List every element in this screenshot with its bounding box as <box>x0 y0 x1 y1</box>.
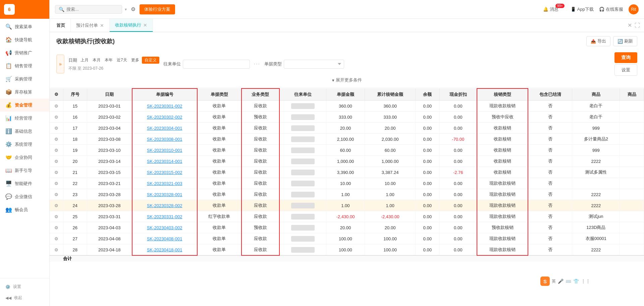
cell-amount: 1.00 <box>326 189 365 200</box>
cell-gear[interactable]: ⚙ <box>50 200 63 211</box>
cell-vertype: 预收中应收 <box>477 112 528 123</box>
partner-cell-value <box>291 147 315 153</box>
expand-conditions-btn[interactable]: ▾ 展开更多条件 <box>56 76 637 84</box>
cell-product2 <box>620 167 644 178</box>
topbar-search-box[interactable]: 🔍 <box>55 5 122 14</box>
filter-settings-button[interactable]: 设置 <box>614 64 637 76</box>
sidebar-item-operations[interactable]: 📊 经营管理 <box>0 112 49 125</box>
cell-settled: 否 <box>528 244 572 256</box>
sidebar-item-purchase[interactable]: 🛒 采购管理 <box>0 72 49 85</box>
table-row: ⚙ 24 2023-03-28 SK-20230328-002 收款单 应收款 … <box>50 200 644 211</box>
cell-biztype: 应收款 <box>241 211 279 222</box>
cell-cumamt: 333.00 <box>365 112 416 123</box>
date-last-month[interactable]: 上月 <box>79 57 90 64</box>
cell-gear[interactable]: ⚙ <box>50 222 63 233</box>
sidebar-item-inventory[interactable]: 📦 库存核算 <box>0 85 49 99</box>
online-service-button[interactable]: 🎧 在线客服 <box>599 6 623 12</box>
topbar-gear-icon[interactable]: ⚙ <box>129 5 137 14</box>
date-this-month[interactable]: 本月 <box>91 57 102 64</box>
tab-maximize-icon[interactable]: ⛶ <box>635 22 640 28</box>
docno-link[interactable]: SK-20230301-002 <box>147 104 182 109</box>
tab-prepayments-close[interactable]: ✕ <box>100 23 104 28</box>
tab-prepayments-label: 预计应付单 <box>76 22 98 28</box>
sidebar-item-basics[interactable]: ℹ️ 基础信息 <box>0 125 49 138</box>
cell-product: 2222 <box>572 189 620 200</box>
topbar-chevron-icon[interactable]: ▾ <box>125 7 127 12</box>
refresh-button[interactable]: 🔄 刷新 <box>613 36 637 46</box>
sidebar-item-marketing[interactable]: 📢 营销推广 <box>0 46 49 59</box>
docno-link[interactable]: SK-20230304-001 <box>147 126 182 131</box>
date-this-year[interactable]: 本年 <box>103 57 114 64</box>
cell-gear[interactable]: ⚙ <box>50 178 63 189</box>
date-7days[interactable]: 近7天 <box>115 57 128 64</box>
cell-no: 26 <box>63 222 87 233</box>
cell-partner <box>279 156 326 167</box>
sidebar-item-system[interactable]: ⚙️ 系统管理 <box>0 138 49 151</box>
topbar-search-input[interactable] <box>66 7 107 12</box>
cell-docno: SK-20230310-001 <box>132 145 197 156</box>
sidebar-item-sales[interactable]: 📋 销售管理 <box>0 59 49 72</box>
tab-receipts[interactable]: 收款核销执行 ✕ <box>110 19 153 32</box>
docno-link[interactable]: SK-20230328-002 <box>147 203 182 208</box>
cell-gear[interactable]: ⚙ <box>50 134 63 145</box>
cell-gear[interactable]: ⚙ <box>50 233 63 244</box>
cell-gear[interactable]: ⚙ <box>50 211 63 222</box>
cell-gear[interactable]: ⚙ <box>50 112 63 123</box>
tab-close-all-icon[interactable]: ✕ <box>628 22 632 28</box>
sidebar-item-member[interactable]: 👥 畅会员 <box>0 203 49 216</box>
cell-gear[interactable]: ⚙ <box>50 167 63 178</box>
sidebar-item-guide[interactable]: 📖 新手引导 <box>0 164 49 177</box>
solution-button[interactable]: 体验行业方案 <box>140 4 175 14</box>
cell-gear[interactable]: ⚙ <box>50 101 63 112</box>
date-more[interactable]: 更多 <box>130 57 141 64</box>
cell-doctype: 收款单 <box>197 123 241 134</box>
docno-link[interactable]: SK-20230315-002 <box>147 170 182 175</box>
sidebar-item-search[interactable]: 🔍 搜索菜单 <box>0 20 49 33</box>
tab-home[interactable]: 首页 <box>51 19 71 32</box>
cell-settled: 否 <box>528 222 572 233</box>
sidebar-item-wechat[interactable]: 💬 企业微信 <box>0 190 49 203</box>
docno-link[interactable]: SK-20230328-001 <box>147 192 182 197</box>
docno-link[interactable]: SK-20230418-001 <box>147 247 182 252</box>
cell-gear[interactable]: ⚙ <box>50 244 63 256</box>
sidebar-item-enterprise[interactable]: 🤝 企业协同 <box>0 151 49 164</box>
col-header-no: 序号 <box>63 88 87 101</box>
docno-link[interactable]: SK-20230314-001 <box>147 159 182 164</box>
docno-link[interactable]: SK-20230302-002 <box>147 115 182 120</box>
col-header-gear[interactable]: ⚙ <box>50 88 63 101</box>
doctype-filter-select[interactable] <box>284 60 344 69</box>
cell-gear[interactable]: ⚙ <box>50 189 63 200</box>
cell-date: 2023-03-21 <box>87 178 132 189</box>
cell-gear[interactable]: ⚙ <box>50 123 63 134</box>
chat-icon: 💬 <box>5 193 12 200</box>
docno-link[interactable]: SK-20230331-002 <box>147 214 182 219</box>
docno-link[interactable]: SK-20230321-003 <box>147 181 182 186</box>
sidebar-collapse-btn[interactable]: ◀◀ 收起 <box>0 292 49 303</box>
filter-expand-button[interactable]: » <box>56 55 64 73</box>
user-avatar[interactable]: Rit <box>629 4 639 14</box>
cell-doctype: 收款单 <box>197 189 241 200</box>
page-header: 收款核销执行(按收款) 📤 导出 🔄 刷新 <box>50 32 644 49</box>
table-row: ⚙ 19 2023-03-10 SK-20230310-001 收款单 应收款 … <box>50 145 644 156</box>
tab-prepayments[interactable]: 预计应付单 ✕ <box>71 19 110 32</box>
tab-receipts-close[interactable]: ✕ <box>143 22 147 28</box>
docno-link[interactable]: SK-20230308-001 <box>147 137 182 142</box>
docno-link[interactable]: SK-20230403-002 <box>147 225 182 230</box>
sidebar-item-hardware[interactable]: 🖥️ 智能硬件 <box>0 177 49 190</box>
app-download-button[interactable]: 📱 App下载 <box>571 6 594 12</box>
sidebar-item-quicknav[interactable]: 🏠 快捷导航 <box>0 33 49 46</box>
cell-gear[interactable]: ⚙ <box>50 145 63 156</box>
partner-filter-input[interactable] <box>183 60 250 69</box>
export-button[interactable]: 📤 导出 <box>586 36 610 46</box>
docno-link[interactable]: SK-20230408-001 <box>147 236 182 241</box>
cell-gear[interactable]: ⚙ <box>50 156 63 167</box>
sidebar-settings-btn[interactable]: ⚙️ 设置 <box>0 281 49 292</box>
cell-cumamt: 100.00 <box>365 233 416 244</box>
messages-button[interactable]: 🔔 消息 99+ <box>543 6 558 12</box>
sidebar-item-finance[interactable]: 💰 资金管理 <box>0 99 49 112</box>
query-button[interactable]: 查询 <box>614 52 637 63</box>
cell-partner <box>279 189 326 200</box>
date-custom-btn[interactable]: 自定义 <box>142 57 159 64</box>
cell-vertype: 现款收款核销 <box>477 189 528 200</box>
docno-link[interactable]: SK-20230310-001 <box>147 148 182 153</box>
